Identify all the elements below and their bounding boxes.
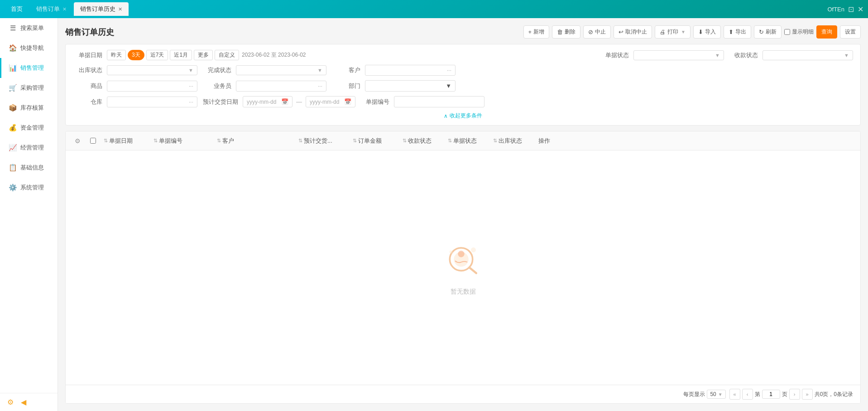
ops-mgmt-icon: 📈 xyxy=(9,144,17,152)
sidebar-item-purchase-mgmt[interactable]: 🛒 采购管理 xyxy=(0,78,58,98)
import-button[interactable]: ⬇ 导入 xyxy=(693,25,721,39)
th-amount-label: 订单金额 xyxy=(358,137,382,145)
print-arrow-icon: ▼ xyxy=(681,29,686,34)
sidebar-collapse-icon[interactable]: ◀ xyxy=(21,398,26,406)
doc-status-select[interactable]: ▼ xyxy=(633,50,724,60)
warehouse-ellipsis-icon: ··· xyxy=(189,99,193,105)
tab-sales-order-history[interactable]: 销售订单历史 ✕ xyxy=(74,2,129,16)
th-doc-date[interactable]: ⇅ 单据日期 xyxy=(100,137,150,145)
tab-sales-order[interactable]: 销售订单 ✕ xyxy=(30,2,73,16)
sidebar-item-sys-mgmt[interactable]: ⚙️ 系统管理 xyxy=(0,178,58,198)
main-layout: ☰ 搜索菜单 🏠 快捷导航 📊 销售管理 🛒 采购管理 📦 库存核算 💰 资金管… xyxy=(0,18,868,411)
th-doc-no-sort-icon: ⇅ xyxy=(153,138,158,144)
doc-no-input[interactable] xyxy=(394,96,484,107)
import-icon: ⬇ xyxy=(698,29,703,35)
delivery-date-from-input[interactable]: yyyy-mm-dd 📅 xyxy=(243,96,293,107)
settings-button[interactable]: 设置 xyxy=(840,25,861,39)
cancel-suspend-button[interactable]: ↩ 取消中止 xyxy=(614,25,652,39)
th-amount[interactable]: ⇅ 订单金额 xyxy=(349,137,399,145)
out-status-label: 出库状态 xyxy=(73,66,102,74)
sidebar-item-ops-mgmt[interactable]: 📈 经营管理 xyxy=(0,138,58,158)
sidebar-item-search-menu[interactable]: ☰ 搜索菜单 xyxy=(0,18,58,38)
sidebar-item-sales-mgmt[interactable]: 📊 销售管理 xyxy=(0,58,58,78)
often-label: OfTEn xyxy=(827,6,844,13)
sidebar-item-funds-mgmt-label: 资金管理 xyxy=(20,124,44,132)
display-toggle-checkbox[interactable] xyxy=(784,29,790,35)
th-pay-status-label: 收款状态 xyxy=(408,137,432,145)
basic-info-icon: 📋 xyxy=(9,164,17,172)
out-status-select[interactable]: ▼ xyxy=(107,65,197,75)
table-settings-btn[interactable]: ⚙ xyxy=(69,137,86,145)
select-all-checkbox[interactable] xyxy=(90,138,96,144)
top-bar-right: OfTEn ⊡ ✕ xyxy=(827,5,863,14)
th-doc-no[interactable]: ⇅ 单据编号 xyxy=(150,137,213,145)
dept-select[interactable]: ▼ xyxy=(365,80,456,92)
salesperson-ellipsis-icon: ··· xyxy=(318,83,322,89)
query-button[interactable]: 查询 xyxy=(816,25,837,39)
cancel-suspend-icon: ↩ xyxy=(619,29,623,35)
window-close-btn[interactable]: ✕ xyxy=(858,5,863,14)
customer-input[interactable]: ··· xyxy=(365,65,456,76)
delete-button[interactable]: 🗑 删除 xyxy=(552,25,580,39)
delete-label: 删除 xyxy=(565,28,575,36)
sidebar-bottom: ⚙ ◀ xyxy=(0,393,58,411)
per-page-arrow-icon: ▼ xyxy=(718,392,723,397)
warehouse-input[interactable]: ··· xyxy=(107,97,197,107)
page-size-dropdown[interactable]: 50 ▼ xyxy=(707,390,725,399)
last-page-button[interactable]: » xyxy=(802,389,813,400)
next-page-button[interactable]: › xyxy=(789,389,800,400)
prev-page-button[interactable]: ‹ xyxy=(742,389,753,400)
content-area: 销售订单历史 + 新增 🗑 删除 ⊘ 中止 ↩ 取消中止 xyxy=(58,18,868,411)
export-button[interactable]: ⬆ 导出 xyxy=(724,25,751,39)
sidebar-item-inventory[interactable]: 📦 库存核算 xyxy=(0,98,58,118)
th-action: 操作 xyxy=(535,137,857,145)
print-button[interactable]: 🖨 打印 ▼ xyxy=(655,25,691,39)
tab-sales-order-close[interactable]: ✕ xyxy=(62,6,67,12)
new-button[interactable]: + 新增 xyxy=(523,25,550,39)
date-btn-7days[interactable]: 近7天 xyxy=(146,50,168,60)
sales-mgmt-icon: 📊 xyxy=(9,64,17,72)
svg-line-2 xyxy=(469,267,476,273)
sidebar-item-quick-nav[interactable]: 🏠 快捷导航 xyxy=(0,38,58,58)
date-btn-today[interactable]: 昨天 xyxy=(107,50,126,60)
sidebar-item-funds-mgmt[interactable]: 💰 资金管理 xyxy=(0,118,58,138)
table-container: ⚙ ⇅ 单据日期 ⇅ 单据编号 ⇅ 客户 ⇅ xyxy=(65,131,861,404)
th-doc-status[interactable]: ⇅ 单据状态 xyxy=(444,137,489,145)
suspend-label: 中止 xyxy=(595,28,606,36)
pay-status-select[interactable]: ▼ xyxy=(762,50,853,60)
new-icon: + xyxy=(528,29,532,35)
pay-status-label: 收款状态 xyxy=(729,51,758,59)
filter-row-4: 仓库 ··· 预计交货日期 yyyy-mm-dd 📅 — yyyy-mm-dd … xyxy=(73,96,853,107)
th-customer[interactable]: ⇅ 客户 xyxy=(213,137,295,145)
window-restore-btn[interactable]: ⊡ xyxy=(848,5,854,14)
suspend-button[interactable]: ⊘ 中止 xyxy=(583,25,611,39)
date-btn-1month[interactable]: 近1月 xyxy=(170,50,192,60)
complete-status-select[interactable]: ▼ xyxy=(236,65,326,75)
cancel-suspend-label: 取消中止 xyxy=(625,28,647,36)
refresh-button[interactable]: ↻ 刷新 xyxy=(754,25,782,39)
collapse-bar[interactable]: ∧ 收起更多条件 xyxy=(73,112,853,120)
funds-mgmt-icon: 💰 xyxy=(9,124,17,132)
th-amount-sort-icon: ⇅ xyxy=(353,138,357,144)
th-doc-status-sort-icon: ⇅ xyxy=(448,138,452,144)
th-out-status[interactable]: ⇅ 出库状态 xyxy=(489,137,535,145)
salesperson-input[interactable]: ··· xyxy=(236,81,326,92)
date-btn-3days[interactable]: 3天 xyxy=(128,50,144,60)
delivery-date-to-input[interactable]: yyyy-mm-dd 📅 xyxy=(306,96,355,107)
th-pay-status[interactable]: ⇅ 收款状态 xyxy=(399,137,444,145)
current-page-input[interactable] xyxy=(762,390,780,399)
first-page-button[interactable]: « xyxy=(729,389,740,400)
th-doc-no-label: 单据编号 xyxy=(159,137,182,145)
sidebar-item-basic-info[interactable]: 📋 基础信息 xyxy=(0,158,58,178)
date-btn-more[interactable]: 更多 xyxy=(194,50,213,60)
date-btn-custom[interactable]: 自定义 xyxy=(215,50,239,60)
tab-sales-order-history-close[interactable]: ✕ xyxy=(118,6,122,12)
th-delivery[interactable]: ⇅ 预计交货... xyxy=(295,137,349,145)
display-toggle[interactable]: 显示明细 xyxy=(784,28,814,36)
date-range-text: 2023-06-02 至 2023-06-02 xyxy=(242,51,306,59)
delete-icon: 🗑 xyxy=(557,29,563,35)
tab-home[interactable]: 首页 xyxy=(5,2,29,16)
goods-input[interactable]: ··· xyxy=(107,81,197,92)
table-select-all[interactable] xyxy=(86,138,100,144)
sidebar-settings-icon[interactable]: ⚙ xyxy=(7,398,14,406)
